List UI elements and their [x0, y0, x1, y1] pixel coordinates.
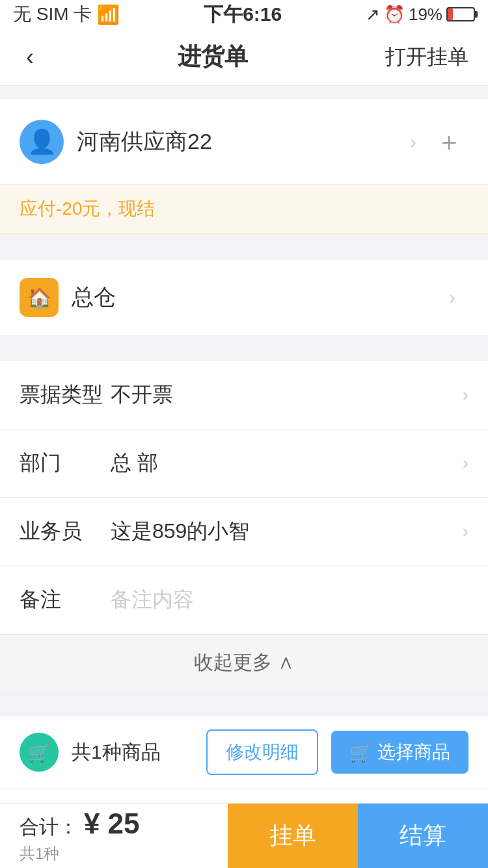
notice-bar: 应付-20元，现结 [0, 185, 488, 234]
notice-text: 应付-20元，现结 [20, 198, 155, 219]
salesman-row[interactable]: 业务员 这是859的小智 › [0, 498, 488, 566]
remark-row[interactable]: 备注 备注内容 [0, 566, 488, 634]
chevron-right-icon: › [449, 286, 455, 308]
ticket-type-value: 不开票 [111, 381, 463, 409]
warehouse-name: 总仓 [72, 282, 449, 312]
products-header: 🛒 共1种商品 修改明细 🛒 选择商品 [0, 716, 488, 789]
supplier-section: 👤 河南供应商22 › ＋ 应付-20元，现结 [0, 99, 488, 234]
back-button[interactable]: ‹ [20, 37, 40, 77]
ticket-type-label: 票据类型 [20, 381, 111, 409]
supplier-name: 河南供应商22 [77, 127, 410, 157]
carrier-text: 无 SIM 卡 [13, 2, 92, 27]
total-label: 合计： [20, 816, 78, 837]
divider-4 [0, 703, 488, 716]
page-title: 进货单 [178, 41, 248, 73]
divider-2 [0, 247, 488, 260]
department-row[interactable]: 部门 总 部 › [0, 429, 488, 498]
chevron-right-icon: › [463, 453, 468, 474]
supplier-avatar: 👤 [20, 120, 64, 164]
gps-icon: ↗ [366, 5, 380, 25]
status-right: ↗ ⏰ 19% [366, 5, 475, 25]
footer: 合计： ¥ 25 共1种 挂单 结算 [0, 803, 488, 868]
person-icon: 👤 [27, 128, 57, 156]
warehouse-icon: 🏠 [20, 278, 59, 317]
supplier-row[interactable]: 👤 河南供应商22 › ＋ [0, 99, 488, 185]
warehouse-section: 🏠 总仓 › [0, 260, 488, 335]
settle-button[interactable]: 结算 [358, 804, 488, 869]
status-time: 下午6:16 [204, 1, 282, 28]
department-label: 部门 [20, 449, 111, 478]
chevron-right-icon: › [463, 385, 468, 405]
chevron-right-icon: › [463, 521, 468, 542]
battery-percent: 19% [409, 5, 442, 25]
chevron-right-icon: › [410, 131, 416, 153]
edit-details-button[interactable]: 修改明细 [206, 729, 318, 775]
total-sub: 共1种 [20, 843, 208, 864]
total-amount: ¥ 25 [84, 807, 140, 839]
status-left: 无 SIM 卡 📶 [13, 2, 120, 27]
wifi-icon: 📶 [97, 4, 120, 25]
department-value: 总 部 [111, 449, 463, 478]
form-section: 票据类型 不开票 › 部门 总 部 › 业务员 这是859的小智 › 备注 备注… [0, 361, 488, 690]
products-icon: 🛒 [20, 733, 59, 772]
ticket-type-row[interactable]: 票据类型 不开票 › [0, 361, 488, 429]
salesman-label: 业务员 [20, 517, 111, 546]
select-products-button[interactable]: 🛒 选择商品 [331, 731, 468, 774]
add-button[interactable]: ＋ [429, 117, 468, 166]
divider-3 [0, 348, 488, 361]
remark-placeholder: 备注内容 [111, 586, 468, 614]
nav-bar: ‹ 进货单 打开挂单 [0, 29, 488, 86]
remark-label: 备注 [20, 586, 111, 614]
warehouse-row[interactable]: 🏠 总仓 › [0, 260, 488, 335]
open-pending-button[interactable]: 打开挂单 [385, 43, 468, 72]
products-count: 共1种商品 [72, 739, 193, 766]
battery-icon [446, 7, 475, 21]
hang-button[interactable]: 挂单 [228, 804, 358, 869]
collapse-button[interactable]: 收起更多 ∧ [0, 634, 488, 690]
status-bar: 无 SIM 卡 📶 下午6:16 ↗ ⏰ 19% [0, 0, 488, 29]
salesman-value: 这是859的小智 [111, 517, 463, 546]
select-icon: 🛒 [349, 742, 372, 763]
total-line: 合计： ¥ 25 [20, 807, 208, 841]
divider-1 [0, 86, 488, 99]
alarm-icon: ⏰ [384, 5, 405, 25]
footer-total: 合计： ¥ 25 共1种 [0, 807, 228, 864]
